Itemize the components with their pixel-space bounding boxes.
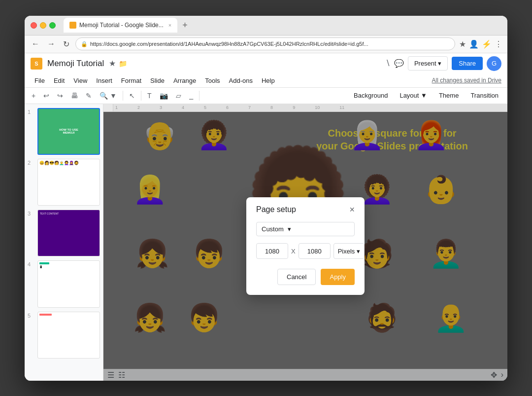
minimize-button[interactable]: [40, 22, 46, 29]
theme-button[interactable]: Theme: [434, 90, 464, 101]
user-avatar[interactable]: G: [487, 56, 501, 71]
slide-thumb-1: 1 HOW TO USEMEMOJI: [28, 108, 100, 155]
width-input[interactable]: [256, 243, 288, 259]
address-actions: ★ 👤 ⚡ ⋮: [459, 39, 502, 49]
maximize-button[interactable]: [49, 22, 56, 29]
active-tab[interactable]: Memoji Tutorial - Google Slide... ×: [64, 18, 177, 33]
share-label: Share: [459, 60, 476, 67]
slide-number-1: 1: [28, 108, 34, 115]
textbox-tool[interactable]: T: [144, 90, 155, 102]
format-chevron-icon: ▾: [288, 225, 291, 233]
logo-letter: S: [34, 61, 38, 67]
toolbar-separator-3: [199, 91, 200, 101]
background-button[interactable]: Background: [349, 90, 393, 101]
menu-edit[interactable]: Edit: [50, 75, 68, 86]
comment-icon[interactable]: 💬: [394, 59, 404, 68]
new-tab-button[interactable]: +: [179, 20, 191, 31]
slide-number-3: 3: [28, 210, 34, 216]
menu-slide[interactable]: Slide: [146, 75, 168, 86]
titlebar: Memoji Tutorial - Google Slide... × +: [25, 16, 507, 36]
menu-tools[interactable]: Tools: [201, 75, 224, 86]
layout-button[interactable]: Layout ▼: [395, 90, 432, 101]
dialog-close-button[interactable]: ×: [349, 205, 355, 214]
menu-icon[interactable]: ⋮: [495, 39, 502, 49]
main-content: 1 HOW TO USEMEMOJI 2 😀👩😎🧑👨‍🦳👩‍🦱🧕🧔 3 TEXT…: [25, 104, 507, 381]
slides-logo: S: [31, 58, 42, 70]
dimension-separator: X: [291, 248, 296, 255]
slides-app: S Memoji Tutorial ★ 📁 ∖ 💬 Present ▾ Shar…: [25, 53, 507, 381]
toolbar-row: + ↩ ↪ 🖶 ✎ 🔍 ▼ ↖ T 📷 ▱ ⎯ Background Layou…: [25, 87, 507, 104]
tab-close-icon[interactable]: ×: [168, 22, 171, 28]
slides-tab-icon: [69, 22, 76, 29]
toolbar-separator-2: [141, 91, 141, 101]
autosave-status: All changes saved in Drive: [432, 77, 501, 84]
unit-label: Pixels: [338, 248, 355, 255]
height-input[interactable]: [299, 243, 331, 259]
line-tool[interactable]: ⎯: [186, 90, 196, 102]
format-label: Custom: [262, 225, 284, 233]
addressbar: ← → ↻ 🔒 https://docs.google.com/presenta…: [25, 36, 507, 53]
slide-thumb-2: 2 😀👩😎🧑👨‍🦳👩‍🦱🧕🧔: [28, 159, 100, 206]
slide-preview-1[interactable]: HOW TO USEMEMOJI: [37, 108, 100, 155]
add-button[interactable]: +: [29, 90, 38, 102]
page-setup-dialog: Page setup × Custom ▾: [246, 197, 365, 295]
zoom-button[interactable]: 🔍 ▼: [97, 90, 120, 102]
tab-bar: Memoji Tutorial - Google Slide... × +: [64, 18, 501, 33]
doc-title[interactable]: Memoji Tutorial: [47, 59, 104, 69]
paint-format-button[interactable]: ✎: [83, 90, 95, 102]
slide-preview-3[interactable]: TEXT CONTENT: [37, 210, 100, 256]
slide-preview-2[interactable]: 😀👩😎🧑👨‍🦳👩‍🦱🧕🧔: [37, 159, 100, 206]
shapes-tool[interactable]: ▱: [173, 90, 184, 102]
transition-button[interactable]: Transition: [466, 90, 503, 101]
menu-arrange[interactable]: Arrange: [169, 75, 200, 86]
app-header: S Memoji Tutorial ★ 📁 ∖ 💬 Present ▾ Shar…: [25, 53, 507, 104]
menu-view[interactable]: View: [69, 75, 91, 86]
lock-icon: 🔒: [81, 41, 88, 47]
present-button[interactable]: Present ▾: [408, 56, 448, 71]
slide-thumb-3: 3 TEXT CONTENT: [28, 210, 100, 256]
menu-insert[interactable]: Insert: [92, 75, 116, 86]
redo-button[interactable]: ↪: [54, 90, 66, 102]
extensions-icon[interactable]: ⚡: [482, 39, 492, 49]
back-button[interactable]: ←: [30, 38, 41, 49]
reload-button[interactable]: ↻: [61, 38, 71, 50]
undo-button[interactable]: ↩: [40, 90, 52, 102]
url-bar[interactable]: 🔒 https://docs.google.com/presentation/d…: [75, 37, 455, 50]
menu-format[interactable]: Format: [117, 75, 145, 86]
star-icon[interactable]: ★: [109, 59, 116, 68]
menu-addons[interactable]: Add-ons: [225, 75, 257, 86]
apply-button[interactable]: Apply: [321, 269, 355, 285]
slide-preview-5[interactable]: [37, 312, 100, 359]
modal-header: Page setup ×: [246, 197, 365, 220]
title-row: S Memoji Tutorial ★ 📁 ∖ 💬 Present ▾ Shar…: [25, 53, 507, 74]
modal-actions: Cancel Apply: [256, 269, 355, 285]
title-actions: ★ 📁: [109, 59, 127, 68]
slide-preview-4[interactable]: 📱: [37, 260, 100, 307]
image-tool[interactable]: 📷: [157, 90, 171, 102]
unit-dropdown[interactable]: Pixels ▾: [333, 243, 365, 259]
toolbar-right: Background Layout ▼ Theme Transition: [349, 90, 503, 101]
folder-icon[interactable]: 📁: [119, 60, 127, 68]
present-label: Present ▾: [414, 60, 441, 67]
menu-help[interactable]: Help: [258, 75, 279, 86]
forward-button[interactable]: →: [45, 38, 57, 49]
cursor-tool[interactable]: ↖: [126, 90, 138, 102]
dimension-row: X Pixels ▾: [256, 243, 355, 259]
slide-number-4: 4: [28, 260, 34, 267]
activity-icon[interactable]: ∖: [385, 59, 390, 68]
close-button[interactable]: [31, 22, 37, 29]
cancel-button[interactable]: Cancel: [277, 269, 316, 285]
browser-window: Memoji Tutorial - Google Slide... × + ← …: [25, 16, 507, 381]
slide2-emoji: 😀👩😎🧑👨‍🦳👩‍🦱🧕🧔: [39, 161, 79, 204]
slide-canvas: Choose a square format for your Google S…: [103, 112, 507, 381]
profile-icon[interactable]: 👤: [469, 39, 479, 49]
menu-file[interactable]: File: [31, 75, 49, 86]
toolbar-separator-1: [123, 91, 123, 101]
bookmark-icon[interactable]: ★: [459, 39, 466, 49]
slide3-text: TEXT CONTENT: [40, 212, 98, 215]
modal-body: Custom ▾ X Pixels: [246, 220, 365, 295]
slide1-text: HOW TO USEMEMOJI: [59, 128, 78, 134]
format-dropdown[interactable]: Custom ▾: [256, 222, 355, 236]
print-button[interactable]: 🖶: [68, 90, 81, 102]
share-button[interactable]: Share: [452, 57, 483, 70]
